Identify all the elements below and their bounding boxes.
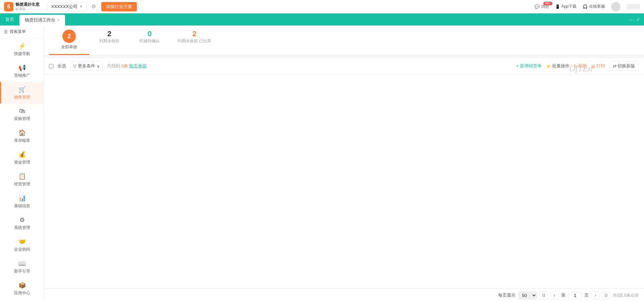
sidebar-item-purchase[interactable]: 🛍 采购管理	[0, 104, 43, 125]
stat-tab-all[interactable]: 2 全部单据	[49, 25, 89, 55]
message-action[interactable]: 💬 消息 99+	[535, 4, 549, 9]
quick-nav-icon: ⚡	[18, 42, 26, 50]
stat-tab-overdue[interactable]: 2 到期未收款	[89, 25, 129, 55]
tab-expand-icon[interactable]: ⤢	[636, 17, 640, 22]
tab-home[interactable]: 首页	[0, 13, 19, 25]
stat-tab-overdue-out[interactable]: 2 到期未收款 已出库	[170, 25, 219, 55]
switch-version-button[interactable]: ⇄ 切换新版	[609, 61, 639, 71]
search-icon: ☰	[4, 29, 8, 34]
batch-button[interactable]: ⚡ 批量操作	[546, 63, 570, 69]
online-service-label: 在线客服	[589, 4, 605, 9]
online-service-action[interactable]: 🎧 在线客服	[583, 4, 605, 9]
stat-label-overdue-out: 到期未收款 已出库	[178, 38, 211, 44]
filter-icon: ▽	[73, 64, 76, 69]
sidebar-item-marketing[interactable]: 📢 营销推广	[0, 60, 43, 82]
stat-num-overdue-out: 2	[193, 29, 197, 38]
batch-icon: ⚡	[546, 64, 551, 69]
related-link[interactable]: 相关单据	[129, 63, 147, 68]
app-download-label: App下载	[561, 4, 577, 9]
app-title: 畅捷通好生意	[15, 2, 40, 7]
sidebar-item-app-center[interactable]: 📦 应用中心	[0, 278, 43, 299]
app-subtitle: 标准版	[15, 7, 40, 11]
tab-bar: 首页 钱货日清工作台 × — ⤢	[0, 13, 644, 25]
tab-home-label: 首页	[5, 16, 14, 22]
toolbar-right: + 新增销货单 ⚡ 批量操作 ↻ 刷新 🖨 打印 ⇄ 切换新版	[515, 61, 639, 71]
app-center-icon: 📦	[18, 282, 26, 289]
message-badge: 99+	[543, 2, 552, 5]
sidebar-item-sales[interactable]: 🛒 销售管理	[0, 82, 43, 104]
app-download-icon: 📱	[555, 4, 560, 9]
sidebar-item-label: 资金管理	[14, 160, 30, 165]
sidebar-item-capital[interactable]: 💰 资金管理	[0, 147, 43, 169]
avatar[interactable]	[611, 2, 621, 11]
sidebar-item-label: 应用中心	[14, 290, 30, 296]
settings-icon[interactable]: ⚙	[90, 2, 97, 11]
refresh-button[interactable]: ↻ 刷新	[574, 63, 587, 69]
sidebar-item-basic-info[interactable]: 📊 基础信息	[0, 190, 43, 212]
sidebar-item-label: 企业协同	[14, 247, 30, 252]
filter-label: 更多条件	[78, 63, 95, 69]
total-records: 共0页,0条记录	[613, 293, 639, 298]
message-icon: 💬	[535, 4, 540, 9]
basic-info-icon: 📊	[18, 194, 26, 202]
last-page-button[interactable]: ⟩⟩	[602, 291, 610, 299]
tab-work-bench[interactable]: 钱货日清工作台 ×	[19, 15, 65, 25]
sidebar-item-label: 基础信息	[14, 203, 30, 209]
next-page-button[interactable]: ›	[591, 291, 599, 299]
top-header: 6 畅捷通好生意 标准版 XXXXXX公司 ▼ ⚙ 体验行业方案 💬 消息 99…	[0, 0, 644, 13]
stat-tab-pending[interactable]: 0 旺辅待确认	[129, 25, 170, 55]
sidebar-item-label: 经营管理	[14, 181, 30, 187]
stat-label-overdue: 到期未收款	[99, 38, 119, 44]
tab-minimize-icon[interactable]: —	[629, 17, 633, 22]
first-page-button[interactable]: ⟨⟨	[540, 291, 548, 299]
main-layout: ☰ 搜索菜单 ⚡ 快捷导航 📢 营销推广 🛒 销售管理 🛍 采购管理 🏠 库存核…	[0, 25, 644, 302]
pagination: 每页显示 50 20 100 ⟨⟨ ‹ 第 页 › ⟩⟩ 共0页,0条记录	[44, 288, 644, 302]
sidebar-search[interactable]: ☰ 搜索菜单	[0, 25, 43, 38]
user-name	[627, 4, 640, 9]
found-prefix: 共找到 0条 相关单据	[107, 63, 147, 69]
page-number-input[interactable]	[568, 292, 582, 299]
sidebar-item-quick-nav[interactable]: ⚡ 快捷导航	[0, 38, 43, 60]
close-icon[interactable]: ×	[57, 18, 60, 22]
per-page-select[interactable]: 50 20 100	[518, 292, 537, 299]
stat-num-all: 2	[67, 33, 71, 40]
logo-area: 6 畅捷通好生意 标准版	[4, 2, 48, 11]
page-suffix: 页	[584, 292, 589, 298]
headset-icon: 🎧	[583, 4, 588, 9]
main-content: 2 全部单据 2 到期未收款 0 旺辅待确认 2 到期未收款 已出库 全选 ▽	[44, 25, 644, 302]
stats-tabs: 2 全部单据 2 到期未收款 0 旺辅待确认 2 到期未收款 已出库	[44, 25, 644, 55]
app-download-action[interactable]: 📱 App下载	[555, 4, 577, 9]
sidebar: ☰ 搜索菜单 ⚡ 快捷导航 📢 营销推广 🛒 销售管理 🛍 采购管理 🏠 库存核…	[0, 25, 44, 302]
sidebar-item-inventory[interactable]: 🏠 库存核算	[0, 125, 43, 147]
enterprise-icon: 🤝	[18, 238, 26, 245]
tab-bar-right: — ⤢	[629, 13, 644, 25]
trial-button[interactable]: 体验行业方案	[101, 2, 137, 11]
sidebar-item-operations[interactable]: 📋 经营管理	[0, 169, 43, 190]
sales-icon: 🛒	[18, 86, 26, 93]
switch-icon: ⇄	[613, 64, 616, 69]
sidebar-item-wechat[interactable]: 💬 企业微信	[0, 299, 43, 302]
sidebar-item-label: 销售管理	[14, 95, 30, 100]
add-sales-button[interactable]: + 新增销货单	[515, 63, 542, 69]
capital-icon: 💰	[18, 151, 26, 158]
prev-page-button[interactable]: ‹	[550, 291, 558, 299]
sidebar-item-enterprise[interactable]: 🤝 企业协同	[0, 234, 43, 256]
chevron-down-icon: ∨	[97, 64, 100, 69]
inventory-icon: 🏠	[18, 129, 26, 136]
select-all-checkbox[interactable]	[49, 64, 53, 68]
header-right: 💬 消息 99+ 📱 App下载 🎧 在线客服	[535, 2, 640, 11]
guide-icon: 📖	[18, 260, 26, 267]
print-button[interactable]: 🖨 打印	[591, 63, 605, 69]
company-selector[interactable]: XXXXXX公司 ▼	[48, 2, 87, 11]
system-icon: ⚙	[19, 216, 25, 224]
filter-button[interactable]: ▽ 更多条件 ∨	[70, 61, 103, 71]
logo-text: 畅捷通好生意 标准版	[15, 2, 40, 11]
operations-icon: 📋	[18, 173, 26, 180]
sidebar-item-label: 库存核算	[14, 138, 30, 143]
logo-icon: 6	[4, 2, 13, 11]
found-count: 0条	[121, 63, 128, 68]
sidebar-item-label: 系统管理	[14, 225, 30, 231]
sidebar-item-system[interactable]: ⚙ 系统管理	[0, 212, 43, 234]
sidebar-item-guide[interactable]: 📖 新手引导	[0, 256, 43, 278]
stat-label-pending: 旺辅待确认	[140, 38, 160, 44]
